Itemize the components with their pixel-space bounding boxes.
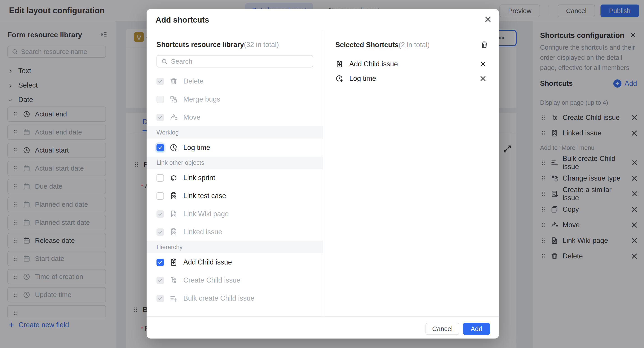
checkbox: [156, 277, 164, 284]
shortcuts-library-list: DeleteMerge bugsMoveWorklogLog timeLink …: [146, 72, 323, 307]
checkbox: [156, 96, 164, 103]
checkbox[interactable]: [156, 259, 164, 266]
checkbox: [156, 295, 164, 302]
clock-plus-icon: [335, 75, 344, 83]
shortcut-library-item[interactable]: Link sprint: [146, 169, 323, 187]
shortcut-library-item: Bulk create Child issue: [146, 289, 323, 307]
selected-shortcut-label: Add Child issue: [349, 60, 398, 68]
shortcut-section-label: Worklog: [146, 126, 323, 139]
shortcut-label: Add Child issue: [183, 258, 232, 266]
shortcuts-library-column: Shortcuts resource library(32 in total) …: [146, 30, 323, 316]
checkbox[interactable]: [156, 144, 164, 151]
checkbox[interactable]: [156, 174, 164, 182]
page-link-icon: [169, 210, 178, 218]
checkbox: [156, 228, 164, 236]
selected-heading: Selected Shortcuts: [335, 41, 399, 49]
selected-shortcut-label: Log time: [349, 75, 376, 83]
close-icon[interactable]: [484, 15, 492, 24]
shortcut-section-label: Link other objects: [146, 157, 323, 169]
shortcut-library-item: Link Wiki page: [146, 205, 323, 223]
selected-shortcut-row: Add Child issue: [324, 57, 499, 71]
clipboard-plus-icon: [169, 258, 178, 266]
edit-layout-configuration-page: Edit layout configuration Detail page la…: [0, 0, 644, 348]
shortcut-library-item: Linked issue: [146, 223, 323, 241]
clipboard-plus-icon: [335, 60, 344, 68]
selected-shortcuts-list: Add Child issueLog time: [324, 57, 499, 86]
checkbox: [156, 78, 164, 85]
clipboard-link-icon: [169, 228, 178, 236]
shortcut-library-item[interactable]: Add Child issue: [146, 253, 323, 271]
shortcut-label: Link Wiki page: [183, 210, 229, 218]
shortcut-library-item: Create Child issue: [146, 271, 323, 289]
modal-title: Add shortcuts: [156, 15, 209, 24]
sprint-icon: [169, 174, 178, 182]
trash-icon: [169, 77, 178, 86]
modal-cancel-button[interactable]: Cancel: [426, 323, 459, 335]
modal-body: Shortcuts resource library(32 in total) …: [146, 30, 499, 316]
search-icon: [161, 58, 168, 65]
shortcut-label: Move: [183, 113, 200, 121]
clock-plus-icon: [169, 143, 178, 152]
shortcut-label: Log time: [183, 144, 210, 152]
shortcut-label: Bulk create Child issue: [183, 294, 254, 302]
shortcut-label: Link test case: [183, 192, 226, 200]
shortcut-library-item: Delete: [146, 72, 323, 90]
checkbox[interactable]: [156, 192, 164, 200]
remove-icon[interactable]: [479, 60, 487, 68]
remove-icon[interactable]: [479, 75, 487, 82]
shortcut-label: Linked issue: [183, 228, 222, 236]
modal-footer: Cancel Add: [146, 316, 499, 338]
shortcut-search-input[interactable]: Search: [156, 55, 313, 68]
selected-shortcuts-column: Selected Shortcuts (2 in total) Add Chil…: [324, 30, 499, 316]
shortcut-library-item[interactable]: Log time: [146, 139, 323, 157]
shortcut-label: Link sprint: [183, 174, 215, 182]
shortcut-library-item[interactable]: Link test case: [146, 187, 323, 205]
selected-shortcut-row: Log time: [324, 71, 499, 86]
shortcut-section-label: Hierarchy: [146, 241, 323, 253]
shortcut-library-item: Move: [146, 108, 323, 126]
bulk-icon: [169, 294, 178, 303]
tree-icon: [169, 276, 178, 285]
shortcut-label: Delete: [183, 77, 204, 85]
checkbox: [156, 210, 164, 218]
merge-icon: [169, 95, 178, 104]
add-shortcuts-modal: Add shortcuts Shortcuts resource library…: [146, 9, 499, 338]
shortcut-label: Merge bugs: [183, 95, 220, 103]
modal-header: Add shortcuts: [146, 9, 499, 30]
move-icon: [169, 113, 178, 122]
checkbox: [156, 114, 164, 121]
modal-add-button[interactable]: Add: [463, 323, 490, 335]
library-heading: Shortcuts resource library(32 in total): [156, 41, 279, 49]
clear-all-trash-icon[interactable]: [480, 41, 489, 49]
shortcut-label: Create Child issue: [183, 276, 240, 284]
clipboard-link-icon: [169, 192, 178, 200]
shortcut-search-placeholder: Search: [171, 58, 192, 65]
shortcut-library-item: Merge bugs: [146, 90, 323, 108]
